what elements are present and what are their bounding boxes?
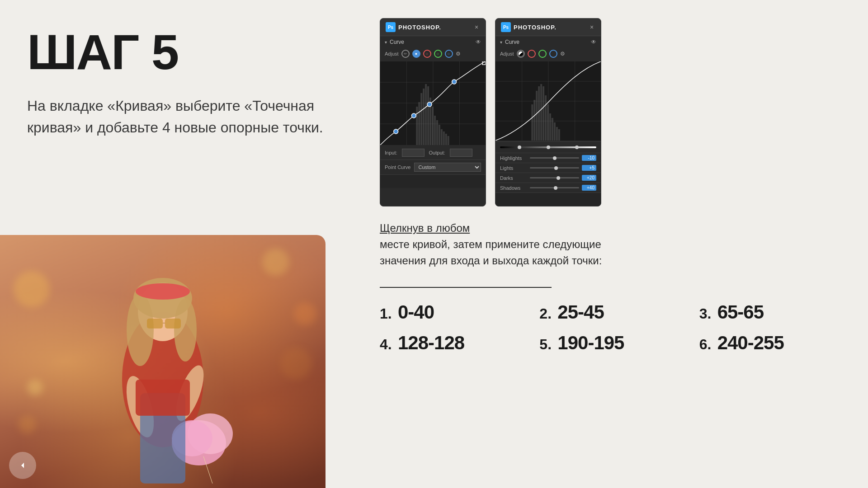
- ps-titlebar-left: Ps PHOTOSHOP. ×: [380, 19, 486, 36]
- bokeh-3: [262, 249, 289, 276]
- adjust-btn-right-2[interactable]: [528, 50, 536, 58]
- ps-logo-icon-left: Ps: [386, 22, 396, 32]
- svg-rect-23: [416, 107, 418, 145]
- highlights-track[interactable]: [530, 157, 579, 159]
- darks-thumb[interactable]: [557, 176, 560, 180]
- data-num-6: 6.: [699, 336, 713, 353]
- bokeh-6: [27, 380, 43, 395]
- svg-rect-26: [423, 89, 425, 145]
- curve-graph-right[interactable]: [495, 61, 601, 141]
- svg-point-5: [136, 283, 190, 300]
- slider-row-lights: Lights +5: [495, 163, 601, 173]
- point-curve-select[interactable]: Custom Linear Medium Contrast: [414, 163, 481, 172]
- chevron-icon-right: ▾: [500, 40, 502, 45]
- gear-icon-right[interactable]: ⚙: [560, 51, 565, 57]
- output-label: Output:: [429, 150, 445, 155]
- adjust-blue-btn[interactable]: ○: [445, 50, 453, 58]
- svg-rect-50: [533, 100, 535, 141]
- shadows-thumb[interactable]: [554, 186, 557, 190]
- lights-thumb[interactable]: [554, 166, 558, 170]
- step-description: На вкладке «Кривая» выберите «Точечная к…: [27, 95, 335, 138]
- data-points-grid: 1. 0-40 2. 25-45 3. 65-65 4. 128-128 5. …: [380, 301, 845, 354]
- svg-rect-53: [540, 84, 542, 141]
- svg-rect-58: [552, 118, 553, 141]
- slider-row-highlights: Highlights -10: [495, 153, 601, 163]
- svg-point-40: [427, 102, 432, 107]
- right-panel: Ps PHOTOSHOP. × ▾ Curve 👁 Adjust ✏ ● ○ ○: [366, 0, 868, 488]
- data-val-6: 240-255: [717, 332, 784, 354]
- data-val-1: 0-40: [398, 301, 434, 323]
- svg-rect-60: [556, 127, 558, 141]
- data-num-2: 2.: [539, 305, 553, 322]
- ps-curve-title-right: ▾ Curve: [500, 39, 519, 45]
- output-field[interactable]: [450, 149, 472, 157]
- adjust-pencil-btn[interactable]: ✏: [401, 50, 410, 58]
- adjust-green-btn[interactable]: ○: [434, 50, 442, 58]
- eye-icon-left[interactable]: 👁: [476, 39, 481, 45]
- data-item-6: 6. 240-255: [699, 332, 845, 354]
- description-underline: Щелкнув в любом: [380, 222, 470, 234]
- ps-panel-header-left: ▾ Curve 👁: [380, 36, 486, 48]
- adjust-btn-right-3[interactable]: [538, 50, 547, 58]
- data-item-5: 5. 190-195: [539, 332, 685, 354]
- data-val-5: 190-195: [557, 332, 624, 354]
- bottom-thumb-right[interactable]: [575, 145, 579, 149]
- input-label: Input:: [385, 150, 397, 155]
- svg-rect-31: [434, 116, 436, 145]
- ps-logo-right: Ps PHOTOSHOP.: [501, 22, 557, 32]
- highlights-thumb[interactable]: [553, 156, 557, 160]
- curve-label-right: Curve: [505, 39, 519, 45]
- ps-close-right[interactable]: ×: [588, 23, 595, 31]
- adjust-btn-right-1[interactable]: [517, 50, 525, 58]
- gear-icon-left[interactable]: ⚙: [456, 51, 461, 57]
- svg-point-3: [127, 294, 154, 366]
- shadows-value: +40: [582, 185, 596, 191]
- bottom-thumb-mid[interactable]: [547, 145, 550, 149]
- highlights-value: -10: [582, 155, 596, 161]
- data-item-4: 4. 128-128: [380, 332, 526, 354]
- ps-footer-left: [380, 174, 486, 188]
- ps-appname-right: PHOTOSHOP.: [514, 24, 557, 31]
- curve-graph-left[interactable]: [380, 61, 486, 145]
- description-text: Щелкнув в любом месте кривой, затем прим…: [380, 220, 642, 269]
- point-curve-row: Point Curve Custom Linear Medium Contras…: [380, 160, 486, 174]
- adjust-red-btn[interactable]: ○: [423, 50, 431, 58]
- svg-point-39: [411, 113, 416, 118]
- ps-close-left[interactable]: ×: [473, 23, 480, 31]
- bokeh-2: [294, 303, 316, 325]
- shadows-track[interactable]: [530, 187, 579, 188]
- svg-rect-52: [538, 86, 540, 141]
- svg-rect-34: [441, 129, 443, 145]
- bokeh-1: [14, 271, 50, 307]
- svg-rect-30: [432, 107, 434, 145]
- bokeh-4: [18, 416, 36, 434]
- data-num-4: 4.: [380, 336, 393, 353]
- curve-svg-right: [495, 61, 601, 141]
- svg-rect-32: [436, 120, 438, 145]
- darks-track[interactable]: [530, 177, 579, 178]
- eye-icon-right[interactable]: 👁: [591, 39, 596, 45]
- data-item-1: 1. 0-40: [380, 301, 526, 323]
- adjust-composite-btn[interactable]: ●: [412, 50, 420, 58]
- bottom-slider-track[interactable]: [500, 146, 596, 148]
- svg-rect-61: [558, 129, 560, 141]
- slider-row-shadows: Shadows +40: [495, 183, 601, 192]
- svg-rect-54: [542, 86, 544, 141]
- adjust-btn-right-4[interactable]: [549, 50, 557, 58]
- nav-arrow-left[interactable]: [9, 452, 36, 479]
- lights-track[interactable]: [530, 167, 579, 169]
- bottom-thumb-left[interactable]: [518, 145, 521, 149]
- data-val-3: 65-65: [717, 301, 764, 323]
- svg-rect-7: [165, 319, 181, 328]
- svg-rect-59: [554, 122, 556, 141]
- curve-svg-left: [380, 61, 486, 145]
- svg-rect-56: [547, 104, 549, 141]
- svg-rect-37: [448, 136, 449, 145]
- adjust-label-left: Adjust: [385, 51, 399, 56]
- svg-rect-25: [420, 93, 422, 145]
- adjust-label-right: Adjust: [500, 51, 514, 56]
- data-val-2: 25-45: [557, 301, 604, 323]
- point-curve-label: Point Curve: [385, 164, 410, 170]
- slider-row-darks: Darks +20: [495, 173, 601, 183]
- input-field[interactable]: [402, 149, 425, 157]
